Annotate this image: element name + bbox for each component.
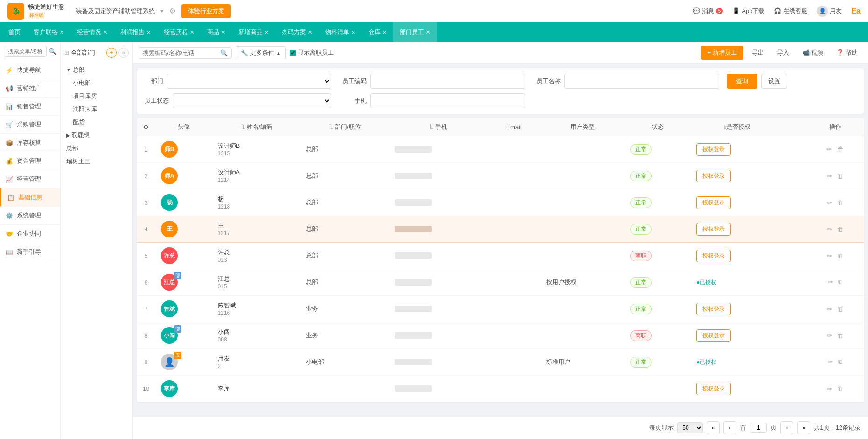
close-icon[interactable]: ✕ [221, 29, 225, 35]
delete-icon[interactable]: 🗑 [837, 173, 843, 180]
delete-icon[interactable]: 🗑 [837, 226, 843, 233]
col-dept[interactable]: ⇅部门/职位 [300, 118, 389, 136]
dept-add-btn[interactable]: + [106, 48, 117, 58]
tab-warehouse[interactable]: 仓库 ✕ [362, 22, 393, 42]
per-page-select[interactable]: 50 20 100 [677, 422, 703, 433]
help-button[interactable]: ❓ 帮助 [832, 46, 862, 60]
sidebar-item-basic-info[interactable]: 📋 基础信息 [0, 188, 60, 207]
dropdown-arrow-icon[interactable]: ▾ [160, 7, 164, 14]
edit-icon[interactable]: ✏ [827, 226, 832, 233]
first-page-btn[interactable]: « [707, 421, 720, 434]
sidebar-item-quick-nav[interactable]: ⚡ 快捷导航 [0, 61, 60, 79]
close-icon[interactable]: ✕ [426, 29, 430, 35]
import-button[interactable]: 导入 [772, 46, 794, 60]
app-download-btn[interactable]: 📱 App下载 [732, 7, 764, 15]
col-phone[interactable]: ⇅手机 [389, 118, 487, 136]
close-icon[interactable]: ✕ [146, 29, 151, 35]
edit-icon[interactable]: ✏ [827, 199, 832, 206]
col-settings[interactable]: ⚙ [137, 118, 155, 136]
delete-icon[interactable]: 🗑 [837, 385, 843, 392]
online-service-btn[interactable]: 🎧 在线客服 [774, 7, 807, 15]
page-input[interactable] [750, 423, 767, 433]
edit-icon[interactable]: ✏ [826, 146, 832, 153]
sidebar-item-purchase[interactable]: 🛒 采购管理 [0, 116, 60, 134]
dept-select[interactable] [167, 74, 331, 89]
delete-icon[interactable]: 🗑 [837, 332, 843, 339]
delete-icon[interactable]: 🗑 [837, 199, 843, 206]
sidebar-item-sales[interactable]: 📊 销售管理 [0, 98, 60, 116]
delete-icon[interactable]: 🗑 [837, 252, 843, 259]
add-employee-button[interactable]: + 新增员工 [701, 46, 743, 60]
employee-status-select[interactable] [173, 93, 331, 108]
col-name[interactable]: ⇅姓名/编码 [212, 118, 301, 136]
edit-icon[interactable]: ✏ [827, 173, 832, 180]
settings-button[interactable]: 设置 [761, 74, 787, 89]
query-button[interactable]: 查询 [727, 74, 757, 89]
last-page-btn[interactable]: » [797, 421, 810, 434]
employee-name-input[interactable] [564, 74, 719, 89]
dept-item-rui[interactable]: 瑞树王三 [64, 155, 129, 168]
phone-input[interactable] [370, 93, 525, 108]
sidebar-item-inventory[interactable]: 📦 库存核算 [0, 134, 60, 152]
tab-goods[interactable]: 商品 ✕ [201, 22, 232, 42]
prev-page-btn[interactable]: ‹ [723, 421, 736, 434]
auth-button[interactable]: 授权登录 [696, 329, 731, 342]
auth-button[interactable]: 授权登录 [696, 250, 731, 262]
sidebar-item-guide[interactable]: 📖 新手引导 [0, 243, 60, 261]
edit-icon[interactable]: ✏ [827, 385, 832, 392]
trial-button[interactable]: 体验行业方案 [181, 4, 231, 18]
video-button[interactable]: 📹 视频 [798, 46, 828, 60]
tab-barcode[interactable]: 条码方案 ✕ [275, 22, 319, 42]
tab-profit[interactable]: 利润报告 ✕ [114, 22, 157, 42]
search-icon[interactable]: 🔍 [220, 49, 228, 56]
edit-icon[interactable]: ✏ [827, 252, 832, 259]
copy-icon[interactable]: ⧉ [838, 279, 842, 286]
sidebar-item-marketing[interactable]: 📢 营销推广 [0, 79, 60, 98]
show-resigned-checkbox[interactable]: 显示离职员工 [290, 49, 334, 57]
close-icon[interactable]: ✕ [351, 29, 355, 35]
tab-home[interactable]: 首页 [2, 22, 27, 42]
copy-icon[interactable]: ⧉ [838, 358, 842, 365]
dept-item-electronics[interactable]: 小电部 [71, 77, 129, 90]
message-btn[interactable]: 💬 消息 5 [693, 7, 723, 15]
close-icon[interactable]: ✕ [190, 29, 194, 35]
search-menu-input[interactable] [4, 46, 47, 57]
sidebar-item-business[interactable]: 📈 经营管理 [0, 170, 60, 188]
edit-icon[interactable]: ✏ [827, 332, 832, 339]
tab-business[interactable]: 经营情况 ✕ [70, 22, 114, 42]
auth-button[interactable]: 授权登录 [696, 196, 731, 209]
tab-history[interactable]: 经营历程 ✕ [157, 22, 201, 42]
delete-icon[interactable]: 🗑 [837, 146, 844, 153]
auth-button[interactable]: 授权登录 [696, 223, 731, 236]
tab-department[interactable]: 部门员工 ✕ [393, 22, 437, 42]
search-input[interactable] [143, 49, 217, 56]
dept-item-general[interactable]: ▼总部 [64, 63, 129, 77]
close-icon[interactable]: ✕ [382, 29, 387, 35]
col-settings-icon[interactable]: ⚙ [143, 124, 149, 131]
dept-collapse-btn[interactable]: « [118, 48, 129, 58]
export-button[interactable]: 导出 [747, 46, 769, 60]
dept-item-hq[interactable]: 总部 [64, 142, 129, 155]
next-page-btn[interactable]: › [780, 421, 793, 434]
tab-customer[interactable]: 客户联络 ✕ [27, 22, 70, 42]
settings-icon[interactable]: ⚙ [169, 7, 176, 15]
close-icon[interactable]: ✕ [308, 29, 312, 35]
dept-item-shenyang[interactable]: 沈阳大库 [71, 103, 129, 116]
auth-button[interactable]: 授权登录 [696, 383, 731, 395]
sidebar-item-finance[interactable]: 💰 资金管理 [0, 152, 60, 170]
edit-icon[interactable]: ✏ [828, 358, 833, 365]
dept-item-shuanglu[interactable]: ▶双鹿想 [64, 129, 129, 142]
employee-code-input[interactable] [370, 74, 525, 89]
edit-icon[interactable]: ✏ [828, 279, 833, 286]
more-conditions-btn[interactable]: 🔧 更多条件 ▲ [236, 46, 286, 59]
delete-icon[interactable]: 🗑 [837, 306, 843, 313]
tab-bom[interactable]: 物料清单 ✕ [319, 22, 362, 42]
auth-button[interactable]: 授权登录 [696, 170, 731, 182]
dept-item-project[interactable]: 项目库房 [71, 90, 129, 103]
user-area[interactable]: 👤 用友 [817, 6, 842, 17]
dept-item-distribution[interactable]: 配货 [71, 116, 129, 129]
auth-button[interactable]: 授权登录 [696, 143, 731, 156]
edit-icon[interactable]: ✏ [827, 306, 832, 313]
sidebar-item-cooperation[interactable]: 🤝 企业协同 [0, 225, 60, 243]
auth-button[interactable]: 授权登录 [696, 303, 731, 315]
